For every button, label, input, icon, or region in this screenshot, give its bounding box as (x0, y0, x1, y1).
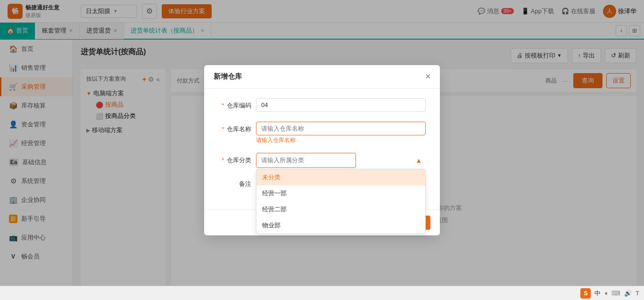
modal-new-warehouse: 新增仓库 × * 仓库编码 * 仓库名称 (204, 65, 440, 235)
warehouse-category-input[interactable] (256, 153, 356, 168)
modal-overlay: 新增仓库 × * 仓库编码 * 仓库名称 (0, 0, 644, 300)
warehouse-code-input[interactable] (256, 98, 426, 112)
category-label: * 仓库分类 (218, 153, 256, 168)
lang-cn-icon[interactable]: 中 (594, 289, 601, 298)
keyboard-icon[interactable]: ⌨ (611, 290, 620, 297)
name-label: * 仓库名称 (218, 122, 256, 137)
modal-close-button[interactable]: × (425, 72, 430, 82)
volume-icon[interactable]: 🔊 (624, 290, 632, 297)
modal-title: 新增仓库 (214, 72, 242, 81)
code-label: * 仓库编码 (218, 98, 256, 113)
s-logo-icon: S (580, 288, 591, 299)
modal-body: * 仓库编码 * 仓库名称 请输入仓库名称 (204, 89, 440, 209)
category-dropdown: 未分类 经营一部 经营二部 物业部 (256, 169, 426, 234)
modal-header: 新增仓库 × (204, 65, 440, 89)
dot-icon: ♦ (604, 290, 608, 297)
dropdown-item-dept1[interactable]: 经营一部 (256, 185, 425, 201)
category-chevron-icon[interactable]: ▲ (415, 157, 422, 164)
form-row-name: * 仓库名称 请输入仓库名称 (218, 122, 426, 144)
font-icon[interactable]: T (636, 290, 639, 297)
form-row-category: * 仓库分类 ▲ 未分类 经营一部 (218, 153, 426, 168)
dropdown-item-uncategorized[interactable]: 未分类 (256, 169, 425, 185)
dropdown-item-dept3[interactable]: 物业部 (256, 217, 425, 233)
warehouse-name-input[interactable] (256, 122, 426, 135)
notes-label: 备注 (218, 176, 256, 192)
dropdown-item-dept2[interactable]: 经营二部 (256, 201, 425, 217)
bottom-status-bar: S 中 ♦ ⌨ 🔊 T (0, 286, 644, 300)
form-row-code: * 仓库编码 (218, 98, 426, 113)
name-error-message: 请输入仓库名称 (256, 136, 426, 144)
